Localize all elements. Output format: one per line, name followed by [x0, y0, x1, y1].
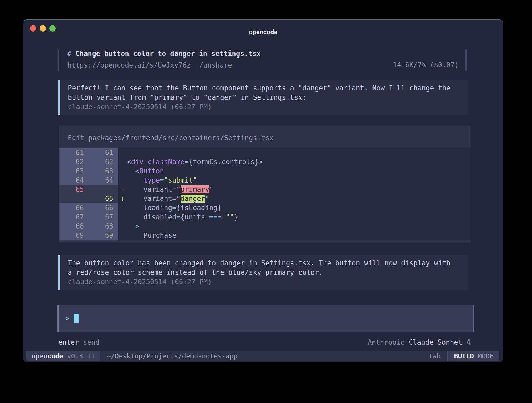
session-title: # Change button color to danger in setti… [67, 49, 393, 58]
edit-tool-block: Edit packages/frontend/src/containers/Se… [58, 126, 470, 243]
diff-row: 6363 <Button [59, 167, 470, 176]
diff-row: 65- variant="primary" [59, 185, 470, 194]
message-text: The button color has been changed to dan… [68, 258, 468, 268]
session-header: # Change button color to danger in setti… [58, 49, 467, 71]
maximize-button[interactable] [49, 25, 56, 32]
diff-row: 6868 > [59, 222, 470, 231]
prompt-symbol: > [65, 314, 70, 322]
share-url[interactable]: https://opencode.ai/s/UwJxv76z [67, 61, 191, 69]
message-model-timestamp: claude-sonnet-4-20250514 (06:27 PM) [68, 102, 468, 112]
diff-row: 6161 [59, 148, 470, 157]
header-right-bar [465, 49, 467, 71]
titlebar: opencode [23, 20, 503, 37]
tab-hint[interactable]: tab [429, 351, 447, 361]
hints-row: enter send Anthropic Claude Sonnet 4 [58, 338, 470, 346]
diff-view: 61616262<div className={formCs.controls}… [59, 148, 470, 240]
diff-row: 65+ variant="danger" [59, 194, 470, 203]
build-mode-badge[interactable]: BUILD MODE [448, 351, 499, 361]
enter-hint: enter send [58, 338, 100, 346]
edit-file-path: Edit packages/frontend/src/containers/Se… [59, 135, 470, 141]
traffic-lights [30, 20, 56, 37]
window-title: opencode [23, 21, 503, 36]
unshare-command[interactable]: /unshare [199, 61, 232, 69]
assistant-message: Perfect! I can see that the Button compo… [58, 80, 468, 115]
prompt-input[interactable]: > [57, 305, 474, 332]
message-text: a red/rose color scheme instead of the b… [68, 268, 468, 277]
status-bar: opencode v0.3.11 ~/Desktop/Projects/demo… [26, 351, 499, 361]
model-indicator: Anthropic Claude Sonnet 4 [368, 338, 470, 346]
message-text: Perfect! I can see that the Button compo… [68, 83, 468, 93]
working-directory: ~/Desktop/Projects/demo-notes-app [107, 351, 429, 361]
opencode-window: opencode # Change button color to danger… [23, 19, 503, 362]
diff-row: 6969 Purchase [59, 231, 470, 240]
minimize-button[interactable] [40, 25, 46, 32]
diff-row: 6262<div className={formCs.controls}> [59, 157, 470, 167]
hash-symbol: # [67, 50, 71, 58]
diff-row: 6464 type="submit" [59, 176, 470, 185]
diff-row: 6767 disabled={units === ""} [59, 213, 470, 222]
app-version-chip: opencode v0.3.11 [26, 351, 100, 361]
token-usage: 14.6K/7% ($0.07) [393, 49, 465, 71]
message-text: button variant from "primary" to "danger… [68, 93, 468, 102]
diff-row: 6666 loading={isLoading} [59, 203, 470, 213]
message-model-timestamp: claude-sonnet-4-20250514 (06:27 PM) [68, 277, 468, 287]
text-cursor [74, 314, 79, 323]
assistant-message: The button color has been changed to dan… [58, 255, 468, 290]
close-button[interactable] [30, 25, 36, 32]
